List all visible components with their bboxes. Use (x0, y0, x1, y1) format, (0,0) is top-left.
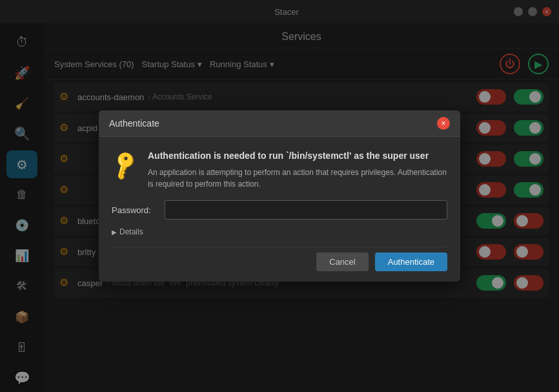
main-window: Stacer − □ × ⏱ 🚀 🧹 🔍 ⚙ 🗑 💿 📊 🛠 📦 🎚 💬 Ser… (0, 0, 559, 392)
key-icon: 🔑 (107, 147, 142, 181)
details-toggle[interactable]: Details (112, 227, 447, 236)
auth-overlay: Authenticate × 🔑 Authentication is neede… (0, 0, 559, 392)
auth-body-text: An application is attempting to perform … (148, 167, 447, 190)
password-label: Password: (112, 205, 157, 215)
auth-dialog-title: Authenticate (109, 118, 159, 129)
auth-password-row: Password: (112, 200, 447, 220)
auth-close-button[interactable]: × (437, 117, 450, 130)
auth-footer: Cancel Authenticate (112, 247, 447, 271)
auth-heading: Authentication is needed to run `/bin/sy… (148, 150, 447, 161)
authenticate-button[interactable]: Authenticate (375, 253, 447, 271)
auth-text: Authentication is needed to run `/bin/sy… (148, 150, 447, 190)
auth-dialog: Authenticate × 🔑 Authentication is neede… (99, 110, 460, 282)
password-input[interactable] (165, 200, 447, 220)
auth-dialog-body: 🔑 Authentication is needed to run `/bin/… (99, 137, 460, 282)
auth-top-section: 🔑 Authentication is needed to run `/bin/… (112, 150, 447, 190)
auth-dialog-header: Authenticate × (99, 110, 460, 137)
cancel-button[interactable]: Cancel (316, 253, 368, 271)
